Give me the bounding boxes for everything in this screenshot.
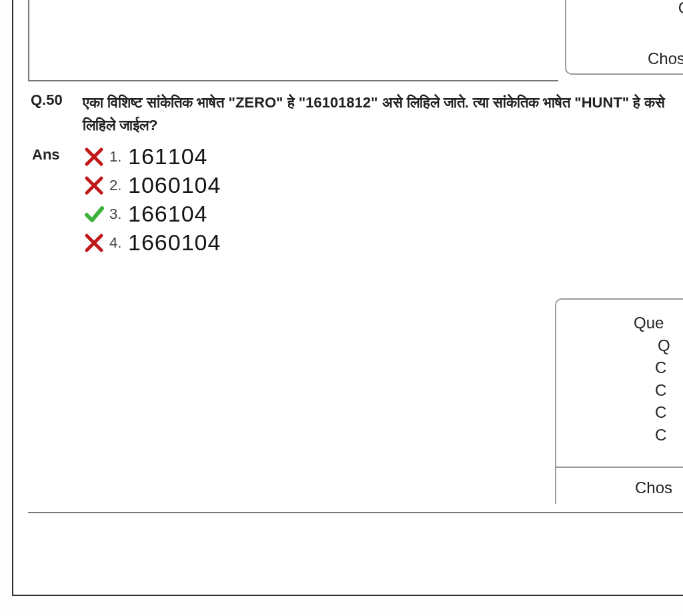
option-number: 4.	[109, 234, 124, 252]
cross-icon	[83, 174, 105, 197]
question-block: Q.50 एका विशिष्ट सांकेतिक भाषेत "ZERO" ह…	[28, 91, 683, 256]
option-value: 1060104	[128, 172, 221, 198]
check-icon	[83, 203, 105, 226]
prev-side-partial-c: C	[678, 0, 683, 17]
previous-side-box: C Chos	[565, 0, 683, 75]
option-value: 1660104	[128, 230, 221, 256]
question-row: Q.50 एका विशिष्ट सांकेतिक भाषेत "ZERO" ह…	[28, 91, 683, 137]
previous-question-box	[28, 0, 558, 81]
option-number: 3.	[109, 206, 124, 223]
side-label-que: Que	[556, 312, 683, 334]
inner-frame: C Chos Q.50 एका विशिष्ट सांकेतिक भाषेत "…	[28, 0, 683, 580]
option-3: 3. 166104	[83, 201, 221, 227]
answer-row: Ans 1. 161104 2. 1060104	[28, 143, 683, 256]
side-box-divider	[556, 467, 683, 468]
option-4: 4. 1660104	[83, 230, 221, 256]
option-number: 1.	[109, 148, 124, 166]
side-label-c4: C	[556, 424, 683, 446]
page-frame: C Chos Q.50 एका विशिष्ट सांकेतिक भाषेत "…	[12, 0, 683, 596]
cross-icon	[83, 232, 105, 254]
side-info-inner: Que Q C C C C	[556, 300, 683, 446]
option-1: 1. 161104	[83, 143, 221, 170]
cross-icon	[83, 145, 105, 168]
option-number: 2.	[109, 177, 124, 194]
option-value: 166104	[128, 201, 207, 227]
option-value: 161104	[128, 143, 207, 170]
side-chosen-label: Chos	[635, 479, 672, 497]
answer-label: Ans	[28, 143, 83, 164]
question-number: Q.50	[28, 91, 83, 109]
side-label-c3: C	[556, 401, 683, 424]
side-label-c1: C	[556, 356, 683, 379]
option-2: 2. 1060104	[83, 172, 221, 198]
side-label-c2: C	[556, 379, 683, 402]
side-info-box: Que Q C C C C Chos	[555, 298, 683, 504]
question-bottom-border	[28, 512, 683, 513]
options-list: 1. 161104 2. 1060104 3.	[83, 143, 221, 256]
side-label-q: Q	[556, 334, 683, 357]
question-text: एका विशिष्ट सांकेतिक भाषेत "ZERO" हे "16…	[83, 91, 683, 137]
prev-chosen-label: Chos	[648, 49, 683, 68]
